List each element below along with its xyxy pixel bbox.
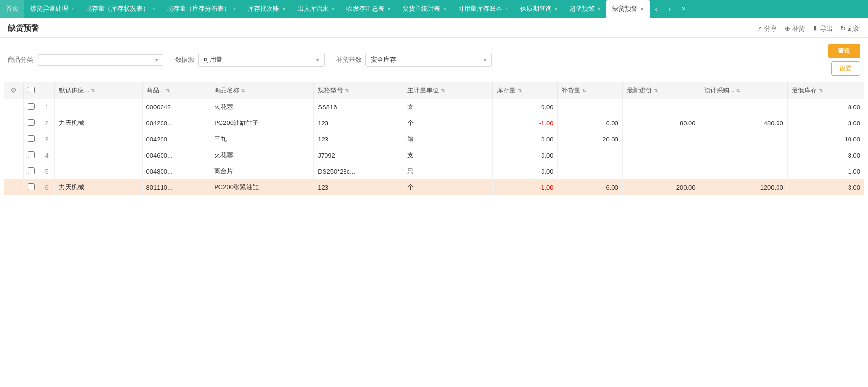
row-supplier: 力天机械: [54, 115, 142, 131]
close-tab-3[interactable]: ×: [233, 6, 236, 12]
refresh-button[interactable]: ↻ 刷新: [840, 24, 860, 33]
tab-收发存汇总表[interactable]: 收发存汇总表 ×: [341, 0, 396, 18]
tab-现存量库存状况表[interactable]: 现存量（库存状况表） ×: [80, 0, 161, 18]
row-latest-price: [622, 163, 700, 179]
row-checkbox-3[interactable]: [28, 151, 35, 158]
tab-prev-button[interactable]: ‹: [650, 0, 663, 18]
row-unit: 个: [403, 179, 492, 195]
filter-actions: 查询 设置: [828, 44, 860, 76]
export-icon: ⬇: [813, 25, 818, 32]
tab-缺货预警[interactable]: 缺货预警 ×: [606, 0, 649, 18]
tab-现存量库存分布表[interactable]: 现存量（库存分布表） ×: [161, 0, 242, 18]
filter-category: 商品分类 ▾: [8, 54, 163, 66]
tab-出入库流水[interactable]: 出入库流水 ×: [291, 0, 341, 18]
row-min-stock: 8.00: [787, 99, 864, 115]
row-checkbox-5[interactable]: [28, 183, 35, 190]
row-stock-qty: 0.00: [493, 99, 558, 115]
row-gear-cell: [4, 163, 23, 179]
row-number: 6: [39, 179, 54, 195]
row-min-stock: 3.00: [787, 179, 864, 195]
tab-保质期查询[interactable]: 保质期查询 ×: [514, 0, 563, 18]
row-product-name: PC200张紧油缸: [210, 179, 314, 195]
category-label: 商品分类: [8, 55, 33, 64]
name-sort-icon: ⇅: [241, 88, 245, 93]
row-checkbox-cell: [23, 163, 39, 179]
row-product-code: 0000042: [142, 99, 210, 115]
header-actions: ↗ 分享 ⊕ 补货 ⬇ 导出 ↻ 刷新: [757, 24, 860, 33]
row-checkbox-4[interactable]: [28, 167, 35, 174]
th-product-code[interactable]: 商品... ⇅: [142, 82, 210, 99]
th-stock-qty[interactable]: 库存量 ⇅: [493, 82, 558, 99]
th-est-purchase[interactable]: 预计采购... ⇅: [700, 82, 787, 99]
close-tab-8[interactable]: ×: [505, 6, 508, 12]
replenish-icon: ⊕: [785, 25, 790, 32]
datasource-select[interactable]: 可用量 ▾: [198, 53, 325, 67]
row-replenish-qty: [558, 147, 622, 163]
table-row: 3 004200... 三九 123 箱 0.00 20.00 10.00: [4, 131, 864, 147]
tab-要货单统计表[interactable]: 要货单统计表 ×: [397, 0, 452, 18]
maximize-button[interactable]: □: [690, 0, 704, 18]
row-latest-price: [622, 131, 700, 147]
th-gear: ⚙: [4, 82, 23, 99]
row-replenish-qty: [558, 99, 622, 115]
row-checkbox-2[interactable]: [28, 135, 35, 142]
th-min-stock[interactable]: 最低库存 ⇅: [787, 82, 864, 99]
row-supplier: [54, 163, 142, 179]
row-product-code: 004200...: [142, 131, 210, 147]
th-spec[interactable]: 规格型号 ⇅: [314, 82, 403, 99]
tab-首页[interactable]: 首页: [0, 0, 24, 18]
row-product-name: 火花塞: [210, 99, 314, 115]
row-spec: 123: [314, 179, 403, 195]
close-tab-6[interactable]: ×: [387, 6, 390, 12]
close-tab-10[interactable]: ×: [597, 6, 600, 12]
row-est-purchase: [700, 147, 787, 163]
datasource-label: 数据源: [175, 55, 194, 64]
th-default-supplier[interactable]: 默认供应... ⇅: [54, 82, 142, 99]
share-button[interactable]: ↗ 分享: [757, 24, 777, 33]
row-number: 3: [39, 131, 54, 147]
est-sort-icon: ⇅: [736, 88, 740, 93]
th-product-name[interactable]: 商品名称 ⇅: [210, 82, 314, 99]
tab-next-button[interactable]: ›: [663, 0, 677, 18]
close-tab-7[interactable]: ×: [443, 6, 446, 12]
query-button[interactable]: 查询: [828, 44, 860, 58]
row-gear-cell: [4, 131, 23, 147]
th-latest-price[interactable]: 最新进价 ⇅: [622, 82, 700, 99]
close-tab-11[interactable]: ×: [640, 6, 643, 12]
settings-button[interactable]: 设置: [831, 61, 860, 76]
datasource-value: 可用量: [203, 55, 222, 64]
row-supplier: [54, 131, 142, 147]
row-unit: 只: [403, 163, 492, 179]
tab-炼货异常处理[interactable]: 炼货异常处理 ×: [24, 0, 80, 18]
row-checkbox-1[interactable]: [28, 119, 35, 126]
min-stock-sort-icon: ⇅: [819, 88, 823, 93]
select-all-checkbox[interactable]: [28, 87, 35, 93]
row-product-code: 801110...: [142, 179, 210, 195]
replenish-base-select[interactable]: 安全库存 ▾: [365, 53, 492, 67]
row-unit: 箱: [403, 131, 492, 147]
filter-datasource: 数据源 可用量 ▾: [175, 53, 325, 67]
replenish-base-value: 安全库存: [371, 55, 396, 64]
export-button[interactable]: ⬇ 导出: [813, 24, 832, 33]
close-tab-1[interactable]: ×: [71, 6, 74, 12]
row-gear-cell: [4, 179, 23, 195]
table-settings-icon[interactable]: ⚙: [10, 86, 17, 94]
category-select[interactable]: ▾: [37, 54, 163, 66]
th-unit[interactable]: 主计量单位 ⇅: [403, 82, 492, 99]
filter-bar: 商品分类 ▾ 数据源 可用量 ▾ 补货基数 安全库存 ▾ 查询 设置: [0, 38, 868, 82]
tab-可用量库存账本[interactable]: 可用量库存账本 ×: [452, 0, 514, 18]
close-tab-5[interactable]: ×: [332, 6, 335, 12]
close-tab-2[interactable]: ×: [152, 6, 155, 12]
row-min-stock: 3.00: [787, 115, 864, 131]
close-tab-9[interactable]: ×: [555, 6, 558, 12]
tab-超储预警[interactable]: 超储预警 ×: [563, 0, 606, 18]
row-checkbox-0[interactable]: [28, 103, 35, 110]
tab-库存批次账[interactable]: 库存批次账 ×: [242, 0, 291, 18]
close-tab-4[interactable]: ×: [282, 6, 285, 12]
th-replenish-qty[interactable]: 补货量 ⇅: [558, 82, 622, 99]
replenish-base-label: 补货基数: [336, 55, 362, 64]
replenish-button[interactable]: ⊕ 补货: [785, 24, 805, 33]
close-all-button[interactable]: ×: [677, 0, 690, 18]
row-spec: J7092: [314, 147, 403, 163]
row-number: 5: [39, 163, 54, 179]
